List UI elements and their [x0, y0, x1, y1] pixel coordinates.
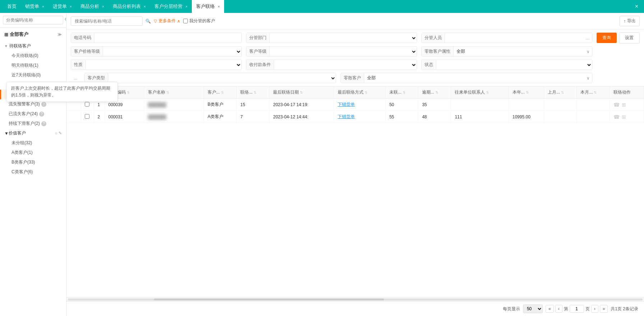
sidebar-all-customers-header[interactable]: ⊞ 全部客户 ≫ [0, 29, 66, 40]
collapse-icon[interactable]: ≫ [57, 32, 62, 37]
filter-phone-input[interactable] [94, 34, 241, 42]
nav-home[interactable]: 首页 [3, 0, 21, 13]
filter-department-select[interactable] [270, 33, 417, 43]
nav-purchase-order[interactable]: 进货单 × [48, 0, 76, 13]
more-conditions-button[interactable]: ▽ 更多条件 ∧ [154, 18, 180, 24]
sort-unpaid-icon[interactable]: ⇅ [403, 90, 406, 94]
filter-gender-select[interactable] [86, 60, 241, 70]
th-last-contact-method[interactable]: 最后联络方式 ⇅ [334, 86, 386, 99]
last-page-button[interactable]: » [600, 305, 608, 313]
sidebar-item-ungroup[interactable]: 未分组(32) [0, 138, 66, 148]
sidebar-item-today-pending[interactable]: 今天待联络(0) [0, 51, 66, 61]
td-unpaid-0: 50 [385, 99, 418, 111]
filter-payment-terms-select[interactable] [274, 60, 417, 70]
sort-last-month-icon[interactable]: ⇅ [561, 90, 564, 94]
filter-manager-input[interactable] [445, 34, 583, 42]
sort-this-month-icon[interactable]: ⇅ [594, 90, 597, 94]
value-edit-icons[interactable]: ○ ✎ [55, 131, 62, 136]
sidebar-item-continuous-down[interactable]: 持续下滑客户(2) ? [0, 119, 66, 128]
more-action-icon-1[interactable]: ⊞ [622, 114, 626, 120]
row-checkbox-1[interactable] [85, 114, 89, 119]
filter-customer-type-select[interactable] [108, 74, 336, 83]
close-product-analysis-icon[interactable]: × [102, 4, 104, 9]
export-icon: ↑ [624, 19, 626, 24]
sort-type-icon[interactable]: ⇅ [221, 90, 224, 94]
contact-icon-0[interactable]: ☎ [613, 102, 620, 108]
close-customer-tier-icon[interactable]: × [185, 4, 187, 9]
page-size-select[interactable]: 50 100 200 [523, 305, 543, 313]
export-button[interactable]: ↑ 导出 [620, 16, 640, 26]
sidebar-search-input[interactable] [3, 16, 63, 24]
search-input[interactable] [71, 16, 143, 26]
close-sales-order-icon[interactable]: × [42, 4, 44, 9]
my-customers-checkbox[interactable] [183, 19, 188, 23]
sort-this-year-icon[interactable]: ⇅ [526, 90, 529, 94]
retail-customer-arrow[interactable]: ∨ [584, 76, 592, 81]
sidebar-item-a-class[interactable]: A类客户(1) [0, 148, 66, 157]
first-page-button[interactable]: « [546, 305, 554, 313]
close-purchase-order-icon[interactable]: × [70, 4, 72, 9]
nav-product-analysis-list[interactable]: 商品分析列表 × [108, 0, 150, 13]
next-page-button[interactable]: › [591, 305, 598, 313]
th-last-month[interactable]: 上月... ⇅ [544, 86, 577, 99]
filter-price-level-select[interactable] [103, 47, 241, 56]
td-name-0[interactable]: ██████ [144, 99, 204, 111]
settings-button[interactable]: 设置 [619, 32, 640, 43]
close-customer-contact-icon[interactable]: × [218, 4, 220, 9]
sort-contact-count-icon[interactable]: ⇅ [254, 90, 256, 94]
sort-overdue-icon[interactable]: ⇅ [435, 90, 438, 94]
more-action-icon-0[interactable]: ⊞ [622, 102, 626, 108]
scroll-track [68, 298, 643, 301]
horizontal-scrollbar[interactable] [66, 297, 644, 301]
td-last-method-0[interactable]: 下销货单 [334, 99, 386, 111]
th-type[interactable]: 客户... ⇅ [204, 86, 236, 99]
td-name-1[interactable]: ██████ [144, 111, 204, 123]
sort-name-icon[interactable]: ⇅ [166, 90, 169, 94]
td-type-1: A类客户 [204, 111, 236, 123]
row-checkbox-0[interactable] [85, 102, 89, 107]
sort-last-method-icon[interactable]: ⇅ [365, 90, 367, 94]
th-unpaid[interactable]: 未联... ⇅ [385, 86, 418, 99]
nav-customer-contact[interactable]: 客户联络 × [192, 0, 224, 13]
th-overdue[interactable]: 逾期... ⇅ [418, 86, 451, 99]
sidebar-pending-group[interactable]: ▼ 待联络客户 [0, 41, 66, 51]
nav-sales-order[interactable]: 销货单 × [21, 0, 48, 13]
sidebar-item-c-class[interactable]: C类客户(6) [0, 167, 66, 177]
search-button[interactable]: 🔍 [145, 19, 151, 24]
td-checkbox-1[interactable] [81, 111, 94, 123]
th-contact-person[interactable]: 往来单位联系人 ⇅ [451, 86, 509, 99]
scroll-thumb[interactable] [154, 298, 384, 301]
nav-customer-tier[interactable]: 客户分层经营 × [150, 0, 192, 13]
window-close-button[interactable]: × [632, 3, 641, 10]
manager-more-icon[interactable]: … [583, 36, 592, 41]
filter-customer-level-select[interactable] [270, 47, 417, 56]
continuous-down-info-icon[interactable]: ? [41, 121, 46, 126]
already-lost-info-icon[interactable]: ? [39, 112, 44, 117]
filter-status-select[interactable] [436, 60, 592, 70]
page-number-input[interactable] [570, 305, 584, 313]
close-product-analysis-list-icon[interactable]: × [144, 4, 146, 9]
sidebar-item-already-lost[interactable]: 已流失客户(24) ? [0, 109, 66, 119]
sidebar-item-b-class[interactable]: B类客户(33) [0, 157, 66, 167]
my-customers-checkbox-label[interactable]: 我分管的客户 [183, 18, 215, 24]
retail-attr-arrow[interactable]: ∨ [584, 49, 592, 54]
th-this-month[interactable]: 本月... ⇅ [577, 86, 610, 99]
prev-page-button[interactable]: ‹ [555, 305, 562, 313]
sidebar-item-tomorrow-pending[interactable]: 明天待联络(1) [0, 61, 66, 70]
query-button[interactable]: 查询 [597, 33, 617, 43]
more-dots-button[interactable]: ... [71, 74, 80, 82]
td-last-method-1[interactable]: 下销货单 [334, 111, 386, 123]
sidebar-item-week-pending[interactable]: 近7天待联络(0) [0, 70, 66, 80]
sort-last-date-icon[interactable]: ⇅ [300, 90, 303, 94]
th-this-year[interactable]: 本年... ⇅ [509, 86, 544, 99]
th-name[interactable]: 客户名称 ⇅ [144, 86, 204, 99]
td-this-month-1 [577, 111, 610, 123]
th-contact-count[interactable]: 联络... ⇅ [237, 86, 269, 99]
th-last-contact-date[interactable]: 最后联络日期 ⇅ [269, 86, 334, 99]
contact-icon-1[interactable]: ☎ [613, 114, 620, 120]
lost-potential-info-icon[interactable]: ? [41, 102, 46, 107]
nav-product-analysis[interactable]: 商品分析 × [76, 0, 108, 13]
sidebar-value-group-header[interactable]: ▼ 价值客户 ○ ✎ [0, 128, 66, 138]
sort-code-icon[interactable]: ⇅ [127, 90, 130, 94]
sort-contact-person-icon[interactable]: ⇅ [486, 90, 489, 94]
